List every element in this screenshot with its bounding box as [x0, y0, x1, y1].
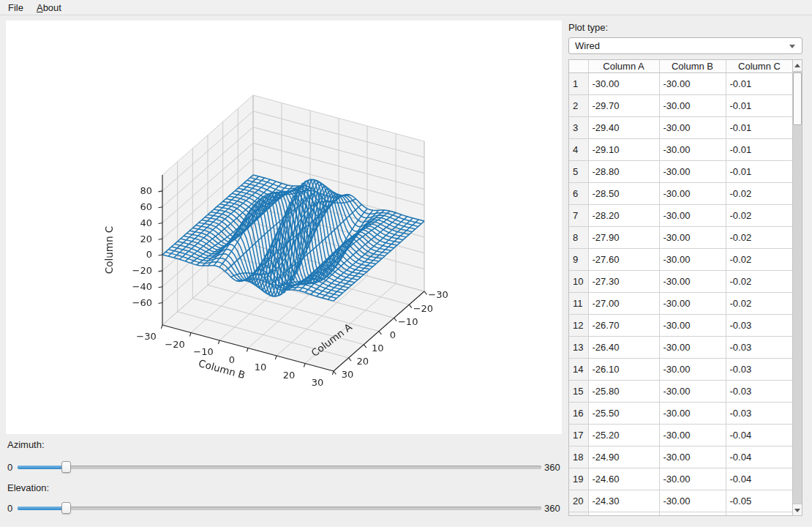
- cell-column-a[interactable]: -27.00: [588, 292, 659, 314]
- row-number[interactable]: 9: [569, 248, 588, 270]
- cell-column-c[interactable]: -0.01: [726, 138, 793, 160]
- column-header-b[interactable]: Column B: [659, 60, 726, 72]
- cell-column-a[interactable]: -29.10: [588, 138, 659, 160]
- cell-column-b[interactable]: -30.00: [659, 116, 726, 138]
- cell-column-b[interactable]: [659, 512, 726, 516]
- cell-column-b[interactable]: -30.00: [659, 182, 726, 204]
- cell-column-a[interactable]: -26.40: [588, 336, 659, 358]
- cell-column-c[interactable]: -0.01: [726, 116, 793, 138]
- menu-item-about[interactable]: About: [30, 1, 68, 15]
- cell-column-a[interactable]: [588, 512, 659, 516]
- cell-column-a[interactable]: -27.60: [588, 248, 659, 270]
- row-number[interactable]: 15: [569, 380, 588, 402]
- row-number[interactable]: 3: [569, 116, 588, 138]
- cell-column-c[interactable]: -0.03: [726, 314, 793, 336]
- cell-column-b[interactable]: -30.00: [659, 402, 726, 424]
- slider-handle[interactable]: [61, 502, 71, 514]
- cell-column-b[interactable]: -30.00: [659, 204, 726, 226]
- cell-column-c[interactable]: -0.02: [726, 204, 793, 226]
- cell-column-a[interactable]: -25.50: [588, 402, 659, 424]
- cell-column-b[interactable]: -30.00: [659, 160, 726, 182]
- cell-column-b[interactable]: -30.00: [659, 270, 726, 292]
- row-number[interactable]: 10: [569, 270, 588, 292]
- cell-column-b[interactable]: -30.00: [659, 336, 726, 358]
- cell-column-c[interactable]: -0.04: [726, 424, 793, 446]
- cell-column-c[interactable]: -0.02: [726, 248, 793, 270]
- scrollbar-down-button[interactable]: [793, 504, 802, 515]
- cell-column-b[interactable]: -30.00: [659, 424, 726, 446]
- cell-column-c[interactable]: -0.04: [726, 446, 793, 468]
- scrollbar-thumb[interactable]: [793, 72, 802, 125]
- menu-item-file[interactable]: File: [1, 1, 30, 15]
- row-number[interactable]: 4: [569, 138, 588, 160]
- cell-column-a[interactable]: -29.40: [588, 116, 659, 138]
- cell-column-a[interactable]: -29.70: [588, 94, 659, 116]
- cell-column-b[interactable]: -30.00: [659, 94, 726, 116]
- cell-column-a[interactable]: -26.10: [588, 358, 659, 380]
- row-number[interactable]: 8: [569, 226, 588, 248]
- row-number[interactable]: 7: [569, 204, 588, 226]
- cell-column-a[interactable]: -25.80: [588, 380, 659, 402]
- row-number[interactable]: 2: [569, 94, 588, 116]
- cell-column-b[interactable]: -30.00: [659, 138, 726, 160]
- cell-column-a[interactable]: -24.90: [588, 446, 659, 468]
- cell-column-b[interactable]: -30.00: [659, 468, 726, 490]
- cell-column-c[interactable]: -0.03: [726, 402, 793, 424]
- cell-column-b[interactable]: -30.00: [659, 314, 726, 336]
- cell-column-c[interactable]: -0.03: [726, 358, 793, 380]
- cell-column-b[interactable]: -30.00: [659, 358, 726, 380]
- cell-column-a[interactable]: -26.70: [588, 314, 659, 336]
- cell-column-b[interactable]: -30.00: [659, 226, 726, 248]
- cell-column-c[interactable]: -0.05: [726, 490, 793, 512]
- cell-column-a[interactable]: -30.00: [588, 72, 659, 94]
- row-number[interactable]: 19: [569, 468, 588, 490]
- slider-track[interactable]: [18, 466, 541, 469]
- row-number[interactable]: 12: [569, 314, 588, 336]
- cell-column-a[interactable]: -24.30: [588, 490, 659, 512]
- cell-column-c[interactable]: -0.04: [726, 468, 793, 490]
- cell-column-b[interactable]: -30.00: [659, 248, 726, 270]
- cell-column-c[interactable]: -0.03: [726, 380, 793, 402]
- cell-column-b[interactable]: -30.00: [659, 72, 726, 94]
- cell-column-c[interactable]: -0.03: [726, 336, 793, 358]
- cell-column-b[interactable]: -30.00: [659, 380, 726, 402]
- column-header-a[interactable]: Column A: [588, 60, 659, 72]
- slider-handle[interactable]: [61, 461, 71, 473]
- cell-column-a[interactable]: -25.20: [588, 424, 659, 446]
- row-number[interactable]: 16: [569, 402, 588, 424]
- row-number[interactable]: 20: [569, 490, 588, 512]
- cell-column-c[interactable]: -0.01: [726, 94, 793, 116]
- cell-column-b[interactable]: -30.00: [659, 490, 726, 512]
- cell-column-a[interactable]: -27.90: [588, 226, 659, 248]
- cell-column-a[interactable]: -28.20: [588, 204, 659, 226]
- slider-track[interactable]: [18, 507, 541, 510]
- cell-column-c[interactable]: -0.02: [726, 292, 793, 314]
- cell-column-c[interactable]: -0.01: [726, 160, 793, 182]
- cell-column-c[interactable]: -0.01: [726, 72, 793, 94]
- scrollbar-up-button[interactable]: [793, 60, 802, 72]
- plot-type-select[interactable]: Wired: [568, 37, 802, 54]
- cell-column-a[interactable]: -27.30: [588, 270, 659, 292]
- plot-canvas[interactable]: [6, 20, 562, 434]
- slider-max-label: 360: [544, 503, 560, 514]
- cell-column-c[interactable]: -0.02: [726, 226, 793, 248]
- cell-column-a[interactable]: -28.80: [588, 160, 659, 182]
- cell-column-a[interactable]: -28.50: [588, 182, 659, 204]
- column-header-c[interactable]: Column C: [726, 60, 793, 72]
- row-number[interactable]: 5: [569, 160, 588, 182]
- row-number[interactable]: 14: [569, 358, 588, 380]
- cell-column-c[interactable]: [726, 512, 793, 516]
- row-number[interactable]: 13: [569, 336, 588, 358]
- row-number[interactable]: [569, 512, 588, 516]
- row-number[interactable]: 18: [569, 446, 588, 468]
- row-number[interactable]: 11: [569, 292, 588, 314]
- table-scrollbar[interactable]: [792, 60, 802, 515]
- cell-column-b[interactable]: -30.00: [659, 292, 726, 314]
- row-number[interactable]: 17: [569, 424, 588, 446]
- cell-column-c[interactable]: -0.02: [726, 270, 793, 292]
- row-number[interactable]: 1: [569, 72, 588, 94]
- cell-column-b[interactable]: -30.00: [659, 446, 726, 468]
- row-number[interactable]: 6: [569, 182, 588, 204]
- cell-column-a[interactable]: -24.60: [588, 468, 659, 490]
- cell-column-c[interactable]: -0.02: [726, 182, 793, 204]
